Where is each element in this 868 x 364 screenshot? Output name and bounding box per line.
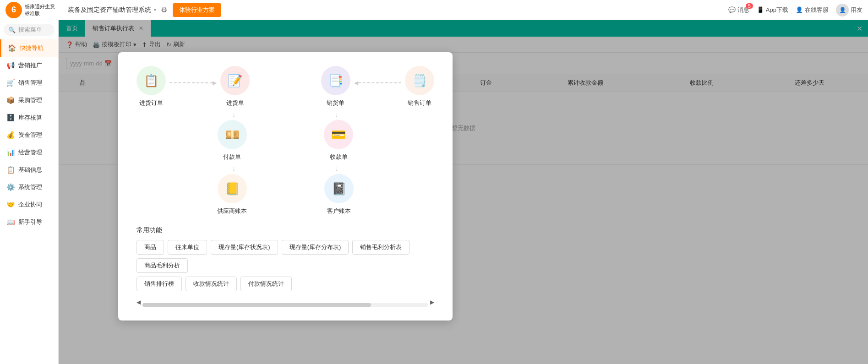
flow-row-3: 📒 供应商账本 📓 客户账本 [136,174,434,215]
sidebar-item-quick-nav[interactable]: 🏠 快捷导航 [0,39,58,57]
message-btn[interactable]: 💬 消息 5 [728,6,749,14]
func-btn-product[interactable]: 商品 [136,240,164,255]
sidebar-item-label: 基础信息 [18,166,42,174]
sidebar-item-label: 系统管理 [18,183,42,191]
overlay[interactable]: 📋 进货订单 ▶ 📝 进货单 [59,20,868,364]
user-avatar: 👤 [836,4,849,16]
message-icon: 💬 [728,6,736,13]
arrow-down-sales: ↓ [322,111,351,118]
flow-node-sales-bill[interactable]: 📑 销货单 [321,66,350,107]
quick-nav-icon: 🏠 [8,44,16,52]
payment-icon: 💴 [218,120,247,149]
sidebar-item-label: 营销推广 [18,61,42,70]
marketing-icon: 📢 [6,61,15,70]
system-title-area: 装备及固定资产辅助管理系统 ▾ [68,6,156,14]
func-btn-sales-profit[interactable]: 销售毛利分析表 [352,240,409,255]
flow-diagram-area: 📋 进货订单 ▶ 📝 进货单 [136,66,434,215]
system-dropdown-arrow[interactable]: ▾ [154,7,156,12]
arrow-down-receipt: ↓ [322,165,351,172]
flow-node-purchase-order[interactable]: 📋 进货订单 [136,66,166,107]
inventory-icon: 🗄️ [6,114,15,122]
func-btn-stock-dist[interactable]: 现存量(库存分布表) [282,240,349,255]
sidebar-item-label: 快捷导航 [20,44,44,52]
finance-icon: 💰 [6,131,15,139]
flow-arrows-vertical-2: ↓ ↓ [136,165,434,172]
sidebar-item-label: 企业协同 [18,201,42,209]
flow-node-purchase-bill[interactable]: 📝 进货单 [220,66,250,107]
func-btn-receipt-stats[interactable]: 收款情况统计 [186,277,237,291]
scroll-left-arrow[interactable]: ◀ [136,299,141,305]
func-btn-partner[interactable]: 往来单位 [168,240,207,255]
func-btn-sales-rank[interactable]: 销售排行榜 [136,277,182,291]
content-area: 首页 销售订单执行表 ✕ ✕ ❓ 帮助 🖨️ 按模板打印 ▾ [59,20,868,364]
common-functions-section: 常用功能 商品 往来单位 现存量(库存状况表) 现存量(库存分布表) 销售毛利分… [136,226,434,291]
arrow-purchase-order-to-bill: ▶ [166,80,220,86]
sidebar-item-basic-info[interactable]: 📋 基础信息 [0,161,58,179]
system-title-text: 装备及固定资产辅助管理系统 [68,6,151,14]
flow-node-supplier-ledger[interactable]: 📒 供应商账本 [217,174,247,215]
func-buttons-row2: 销售排行榜 收款情况统计 付款情况统计 [136,277,434,291]
scroll-right-arrow[interactable]: ▶ [430,299,434,305]
sidebar-item-marketing[interactable]: 📢 营销推广 [0,57,58,74]
sidebar-item-label: 库存核算 [18,114,42,122]
sidebar-item-new-guide[interactable]: 📖 新手引导 [0,213,58,231]
experience-button[interactable]: 体验行业方案 [173,3,221,17]
sales-icon: 🛒 [6,79,15,87]
sales-bill-icon: 📑 [321,66,350,95]
flow-row-1: 📋 进货订单 ▶ 📝 进货单 [136,66,434,107]
download-icon: 📱 [757,6,764,13]
sidebar-item-finance[interactable]: 💰 资金管理 [0,126,58,144]
supplier-ledger-icon: 📒 [218,174,247,203]
sidebar-item-sales[interactable]: 🛒 销售管理 [0,74,58,92]
user-area[interactable]: 👤 用友 [836,4,863,16]
sidebar: 🔍 搜索菜单 🏠 快捷导航 📢 营销推广 🛒 销售管理 📦 采购管理 [0,20,59,364]
popup-scrollbar[interactable] [142,303,428,307]
sidebar-item-label: 经营管理 [18,148,42,157]
app-download-btn[interactable]: 📱 App下载 [757,6,788,14]
search-menu-btn[interactable]: 🔍 搜索菜单 [4,24,55,36]
sidebar-item-inventory[interactable]: 🗄️ 库存核算 [0,109,58,126]
flow-popup: 📋 进货订单 ▶ 📝 进货单 [118,52,453,321]
search-menu-label: 搜索菜单 [18,26,42,34]
basic-info-icon: 📋 [6,166,15,174]
user-name: 用友 [851,6,863,14]
app-logo: 6 [5,2,22,18]
purchase-bill-icon: 📝 [220,66,250,95]
supplier-ledger-label: 供应商账本 [217,207,247,215]
sidebar-item-system[interactable]: ⚙️ 系统管理 [0,179,58,196]
func-btn-product-profit[interactable]: 商品毛利分析 [136,258,188,273]
purchase-order-label: 进货订单 [139,99,163,107]
customer-ledger-label: 客户账本 [327,207,351,215]
sidebar-item-label: 销售管理 [18,79,42,87]
new-guide-icon: 📖 [6,218,15,226]
search-icon: 🔍 [8,27,16,33]
flow-node-sales-order[interactable]: 🗒️ 销售订单 [405,66,434,107]
receipt-icon: 💳 [324,120,353,149]
arrow-sales-order-to-bill: ◀ [350,80,405,86]
func-btn-payment-stats[interactable]: 付款情况统计 [240,277,292,291]
arrow-down-payment: ↓ [219,165,249,172]
flow-node-payment[interactable]: 💴 付款单 [218,120,247,161]
sidebar-item-label: 资金管理 [18,131,42,139]
scrollbar-thumb [142,303,371,307]
settings-icon[interactable]: ⚙ [161,5,167,14]
sales-bill-label: 销货单 [327,99,344,107]
sidebar-search-area[interactable]: 🔍 搜索菜单 [0,20,58,39]
purchase-bill-label: 进货单 [226,99,244,107]
purchase-icon: 📦 [6,96,15,104]
online-service-btn[interactable]: 👤 在线客服 [796,6,829,14]
sidebar-item-operations[interactable]: 📊 经营管理 [0,144,58,161]
common-functions-title: 常用功能 [136,226,434,234]
sidebar-item-purchase[interactable]: 📦 采购管理 [0,92,58,109]
operations-icon: 📊 [6,148,15,157]
sidebar-item-enterprise[interactable]: 🤝 企业协同 [0,196,58,213]
arrow-down-purchase: ↓ [219,111,249,118]
receipt-label: 收款单 [330,153,348,161]
payment-label: 付款单 [223,153,241,161]
sales-order-icon: 🗒️ [405,66,434,95]
flow-node-receipt[interactable]: 💳 收款单 [324,120,353,161]
flow-node-customer-ledger[interactable]: 📓 客户账本 [324,174,354,215]
func-btn-stock-status[interactable]: 现存量(库存状况表) [211,240,278,255]
flow-row-2: 💴 付款单 💳 收款单 [136,120,434,161]
online-service-label: 在线客服 [805,6,829,14]
